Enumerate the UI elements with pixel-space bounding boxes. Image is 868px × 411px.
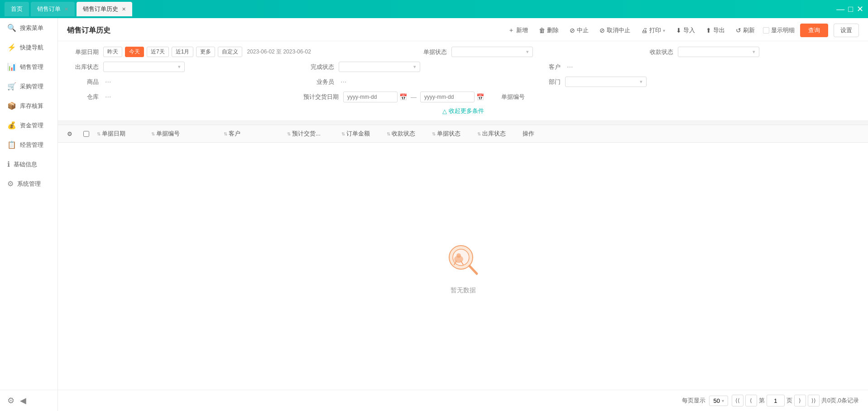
sidebar-item-quick-nav[interactable]: ⚡ 快捷导航 bbox=[0, 38, 58, 57]
page-last-button[interactable]: ⟩⟩ bbox=[808, 395, 820, 406]
empty-illustration bbox=[441, 238, 486, 279]
department-select[interactable]: ▾ bbox=[565, 77, 647, 87]
sidebar-item-search-menu[interactable]: 🔍 搜索菜单 bbox=[0, 18, 58, 38]
print-arrow-icon: ▾ bbox=[663, 28, 665, 33]
restore-icon[interactable]: □ bbox=[848, 5, 853, 14]
filter-row-date: 单据日期 昨天 今天 近7天 近1月 更多 自定义 2023-06-02 至 2… bbox=[67, 47, 859, 57]
sidebar: 🔍 搜索菜单 ⚡ 快捷导航 📊 销售管理 🛒 采购管理 📦 库存核算 💰 资金管… bbox=[0, 18, 58, 411]
sidebar-item-operations[interactable]: 📋 经营管理 bbox=[0, 135, 58, 155]
goods-dots[interactable]: ··· bbox=[103, 78, 113, 86]
goods-label: 商品 bbox=[67, 78, 103, 86]
cancel-stop-button[interactable]: ⊘ 取消中止 bbox=[597, 24, 633, 36]
th-pay-status[interactable]: ⇅ 收款状态 bbox=[384, 130, 429, 138]
th-order-no[interactable]: ⇅ 单据编号 bbox=[149, 130, 221, 138]
delete-button[interactable]: 🗑 删除 bbox=[536, 24, 561, 36]
tab-home[interactable]: 首页 bbox=[5, 2, 29, 16]
date-btn-today[interactable]: 今天 bbox=[125, 47, 144, 57]
department-arrow-icon: ▾ bbox=[640, 79, 643, 85]
select-all-checkbox[interactable] bbox=[83, 131, 89, 137]
th-amount[interactable]: ⇅ 订单金额 bbox=[339, 130, 384, 138]
customer-filter: ··· bbox=[565, 63, 746, 71]
date-btn-7days[interactable]: 近7天 bbox=[147, 47, 169, 57]
salesperson-dots[interactable]: ··· bbox=[339, 78, 348, 86]
th-checkbox[interactable] bbox=[78, 131, 94, 137]
sidebar-collapse-icon[interactable]: ◀ bbox=[20, 396, 26, 406]
th-customer[interactable]: ⇅ 客户 bbox=[221, 130, 284, 138]
tab-sales-history[interactable]: 销售订单历史 ✕ bbox=[77, 2, 132, 16]
close-window-icon[interactable]: ✕ bbox=[857, 4, 863, 14]
cancel-stop-icon: ⊘ bbox=[599, 27, 605, 34]
export-button[interactable]: ⬆ 导出 bbox=[703, 24, 728, 36]
display-cols-checkbox[interactable]: 显示明细 bbox=[763, 26, 795, 34]
sidebar-item-system-mgmt[interactable]: ⚙ 系统管理 bbox=[0, 174, 58, 193]
warehouse-filter: ··· bbox=[103, 93, 284, 101]
th-date[interactable]: ⇅ 单据日期 bbox=[94, 130, 149, 138]
sidebar-item-basic-info[interactable]: ℹ 基础信息 bbox=[0, 155, 58, 174]
page-first-button[interactable]: ⟨⟨ bbox=[732, 395, 743, 406]
pagination: ⟨⟨ ⟨ 第 页 ⟩ ⟩⟩ 共0页,0条记录 bbox=[732, 395, 859, 406]
import-button[interactable]: ⬇ 导入 bbox=[673, 24, 698, 36]
date-btn-1month[interactable]: 近1月 bbox=[172, 47, 194, 57]
sidebar-item-sales-mgmt[interactable]: 📊 销售管理 bbox=[0, 57, 58, 77]
sidebar-label-system-mgmt: 系统管理 bbox=[17, 180, 41, 188]
complete-status-filter: ▾ bbox=[339, 62, 520, 72]
out-status-arrow-icon: ▾ bbox=[178, 64, 181, 70]
date-btn-custom[interactable]: 自定义 bbox=[218, 47, 242, 57]
tab-sales-order[interactable]: 销售订单 ✕ bbox=[31, 2, 75, 16]
page-number-input[interactable] bbox=[767, 395, 785, 406]
add-button[interactable]: ＋ 新增 bbox=[505, 24, 531, 36]
settings-button[interactable]: 设置 bbox=[834, 24, 859, 37]
minimize-icon[interactable]: — bbox=[836, 5, 844, 14]
refresh-button[interactable]: ↺ 刷新 bbox=[733, 24, 758, 36]
display-cols-label: 显示明细 bbox=[771, 26, 795, 34]
th-delivery[interactable]: ⇅ 预计交货... bbox=[284, 130, 339, 138]
purchase-mgmt-icon: 🛒 bbox=[7, 82, 16, 91]
sales-mgmt-icon: 📊 bbox=[7, 63, 16, 71]
customer-dots[interactable]: ··· bbox=[565, 63, 575, 71]
delivery-date-end[interactable] bbox=[420, 92, 475, 102]
complete-status-select[interactable]: ▾ bbox=[339, 62, 420, 72]
sidebar-item-funds[interactable]: 💰 资金管理 bbox=[0, 116, 58, 135]
filter-row-goods: 商品 ··· 业务员 ··· 部门 ▾ bbox=[67, 77, 859, 87]
close-tab-sales-history[interactable]: ✕ bbox=[122, 6, 126, 12]
close-tab-sales-order[interactable]: ✕ bbox=[64, 6, 68, 12]
query-button[interactable]: 查询 bbox=[800, 24, 828, 37]
filter-row-warehouse: 仓库 ··· 预计交货日期 📅 — 📅 单据编号 bbox=[67, 92, 859, 102]
warehouse-dots[interactable]: ··· bbox=[103, 93, 113, 101]
date-btn-yesterday[interactable]: 昨天 bbox=[103, 47, 122, 57]
delivery-date-start-cal-icon[interactable]: 📅 bbox=[399, 93, 407, 101]
sidebar-settings-icon[interactable]: ⚙ bbox=[7, 396, 14, 406]
pay-status-filter: ▾ bbox=[678, 47, 859, 57]
pay-status-select[interactable]: ▾ bbox=[678, 47, 759, 57]
out-status-select[interactable]: ▾ bbox=[103, 62, 185, 72]
print-button[interactable]: 🖨 打印 ▾ bbox=[638, 24, 668, 36]
add-icon: ＋ bbox=[508, 26, 514, 34]
print-label: 打印 bbox=[649, 26, 661, 34]
delete-label: 删除 bbox=[547, 26, 559, 34]
checkbox-box bbox=[763, 27, 769, 34]
per-page-select[interactable]: 50 ▾ bbox=[709, 396, 728, 406]
page-prev-button[interactable]: ⟨ bbox=[745, 395, 757, 406]
th-out-status[interactable]: ⇅ 出库状态 bbox=[475, 130, 520, 138]
main-layout: 🔍 搜索菜单 ⚡ 快捷导航 📊 销售管理 🛒 采购管理 📦 库存核算 💰 资金管… bbox=[0, 18, 868, 411]
stop-button[interactable]: ⊘ 中止 bbox=[567, 24, 591, 36]
order-status-select[interactable]: ▾ bbox=[451, 47, 533, 57]
delivery-date-end-cal-icon[interactable]: 📅 bbox=[476, 93, 484, 101]
sidebar-item-inventory[interactable]: 📦 库存核算 bbox=[0, 96, 58, 116]
date-btn-more[interactable]: 更多 bbox=[196, 47, 215, 57]
th-order-status[interactable]: ⇅ 单据状态 bbox=[429, 130, 475, 138]
svg-line-2 bbox=[470, 266, 477, 274]
salesperson-label: 业务员 bbox=[302, 78, 339, 86]
collapse-more-conditions[interactable]: △ 收起更多条件 bbox=[67, 107, 859, 115]
th-settings[interactable]: ⚙ bbox=[62, 131, 78, 137]
delivery-date-start[interactable] bbox=[343, 92, 398, 102]
page-next-button[interactable]: ⟩ bbox=[794, 395, 806, 406]
search-menu-icon: 🔍 bbox=[7, 24, 16, 32]
sidebar-item-purchase-mgmt[interactable]: 🛒 采购管理 bbox=[0, 77, 58, 96]
order-status-label: 单据状态 bbox=[415, 48, 451, 56]
th-action-label: 操作 bbox=[523, 130, 534, 138]
department-label: 部门 bbox=[529, 78, 565, 86]
import-label: 导入 bbox=[683, 26, 695, 34]
sidebar-label-search-menu: 搜索菜单 bbox=[20, 24, 43, 32]
th-customer-label: 客户 bbox=[229, 130, 240, 138]
